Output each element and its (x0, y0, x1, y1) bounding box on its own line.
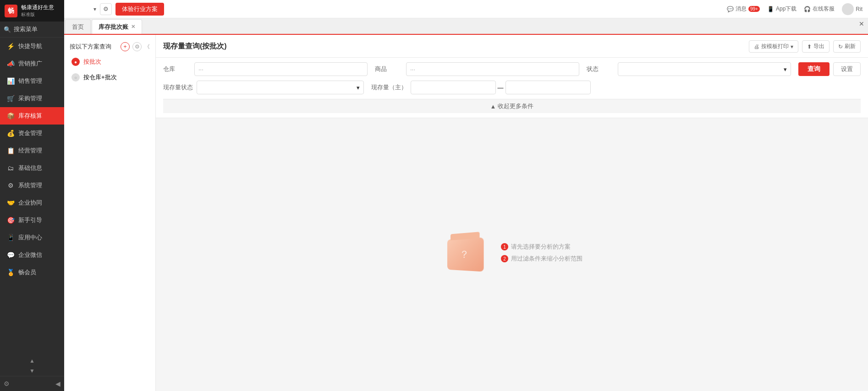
tabbar-close-btn[interactable]: ✕ (859, 20, 864, 27)
sidebar-item-inventory[interactable]: 📦 库存核算 (0, 107, 64, 125)
warehouse-input[interactable]: ··· (194, 62, 368, 76)
stock-qty-max-input[interactable] (505, 81, 591, 94)
filter-area: 仓库 ··· 商品 ··· 状态 (156, 58, 868, 118)
inventory-icon: 📦 (6, 112, 15, 119)
sidebar-item-corpwx[interactable]: 💬 企业微信 (0, 246, 64, 264)
topbar-dropdown[interactable]: ▾ (70, 5, 96, 13)
sidebar-item-marketing[interactable]: 📣 营销推广 (0, 55, 64, 72)
warehouse-label: 仓库 (163, 65, 191, 73)
tab-inventory-batch[interactable]: 库存批次账 ✕ (92, 19, 142, 34)
empty-box (447, 237, 484, 272)
query-btn[interactable]: 查询 (798, 62, 830, 76)
sidebar-item-label: 企业微信 (18, 251, 42, 259)
action-buttons: 查询 设置 (798, 62, 861, 76)
sidebar-item-member[interactable]: 🏅 畅会员 (0, 264, 64, 281)
scheme-by-batch-label: 按批次 (83, 58, 101, 66)
messages-icon: 💬 (727, 6, 734, 12)
warehouse-filter: 仓库 ··· (163, 62, 368, 76)
scheme-inactive-icon: ○ (71, 73, 80, 81)
search-icon: 🔍 (4, 26, 11, 33)
warehouse-dots: ··· (198, 66, 203, 73)
sidebar-item-newguide[interactable]: 🎯 新手引导 (0, 212, 64, 229)
sidebar-item-label: 资金管理 (18, 129, 42, 137)
sidebar-item-label: 快捷导航 (18, 42, 42, 50)
sidebar-scroll-down[interactable]: ▼ (0, 366, 64, 376)
stock-qty-min-input[interactable] (411, 81, 496, 94)
gear-icon: ⚙ (103, 5, 109, 12)
trial-btn[interactable]: 体验行业方案 (115, 3, 164, 16)
avatar (842, 3, 854, 15)
sidebar-item-sales[interactable]: 📊 销售管理 (0, 72, 64, 90)
left-panel-collapse-btn[interactable]: 《 (144, 43, 150, 51)
status-label: 状态 (587, 65, 614, 73)
scheme-settings-btn[interactable]: ⚙ (132, 42, 142, 51)
appcenter-icon: 📱 (6, 234, 15, 241)
right-content: 现存量查询(按批次) 🖨 按模板打印 ▾ ⬆ 导出 ↻ (156, 35, 868, 391)
tab-home-label: 首页 (72, 23, 84, 31)
product-dots: ··· (410, 66, 415, 73)
app-download-label: App下载 (776, 5, 797, 13)
sidebar-item-system[interactable]: ⚙ 系统管理 (0, 177, 64, 194)
stock-qty-filter: 现存量（主） — (371, 81, 591, 94)
tabbar: 首页 库存批次账 ✕ ✕ (64, 18, 868, 35)
sidebar-item-appcenter[interactable]: 📱 应用中心 (0, 229, 64, 246)
tab-home[interactable]: 首页 (65, 19, 91, 34)
export-btn[interactable]: ⬆ 导出 (802, 40, 830, 53)
app-title-group: 畅康通好生意 标准版 (21, 4, 54, 18)
empty-illustration (441, 232, 487, 277)
user-item[interactable]: Rit (842, 3, 863, 15)
status-filter: 状态 ▾ (587, 62, 791, 76)
settings-btn[interactable]: 设置 (833, 62, 861, 76)
sidebar-item-quicknav[interactable]: ⚡ 快捷导航 (0, 38, 64, 55)
refresh-btn[interactable]: ↻ 刷新 (833, 40, 861, 53)
topbar-right: 💬 消息 99+ 📱 App下载 🎧 在线客服 Rit (727, 3, 863, 15)
footer-collapse-icon[interactable]: ◀ (55, 380, 60, 387)
tip-num-2: 2 (501, 255, 508, 262)
add-scheme-btn[interactable]: + (121, 42, 130, 51)
sidebar-scroll-up[interactable]: ▲ (0, 356, 64, 366)
search-label: 搜索菜单 (14, 25, 38, 33)
tab-close-icon[interactable]: ✕ (131, 24, 135, 30)
topbar-left: ▾ ⚙ 体验行业方案 (70, 3, 164, 16)
page-content: 按以下方案查询 + ⚙ 《 ● 按批次 ○ 按仓库+批次 现存量查询 (64, 35, 868, 391)
left-panel-actions: + ⚙ 《 (121, 42, 150, 51)
status-select[interactable]: ▾ (618, 62, 791, 76)
sidebar-nav: ⚡ 快捷导航 📣 营销推广 📊 销售管理 🛒 采购管理 📦 库存核算 💰 资金管… (0, 38, 64, 356)
sidebar-item-label: 企业协同 (18, 199, 42, 207)
scheme-by-warehouse-batch[interactable]: ○ 按仓库+批次 (64, 70, 155, 85)
messages-badge: 99+ (748, 6, 760, 12)
sidebar-item-finance[interactable]: 💰 资金管理 (0, 125, 64, 142)
left-panel: 按以下方案查询 + ⚙ 《 ● 按批次 ○ 按仓库+批次 (64, 35, 156, 391)
empty-state: 1 请先选择要分析的方案 2 用过滤条件来缩小分析范围 (156, 118, 868, 391)
sidebar-item-label: 库存核算 (18, 112, 42, 120)
newguide-icon: 🎯 (6, 217, 15, 224)
status-chevron-icon: ▾ (784, 66, 787, 73)
page-header-top: 现存量查询(按批次) 🖨 按模板打印 ▾ ⬆ 导出 ↻ (163, 40, 861, 53)
sidebar-item-base[interactable]: 🗂 基础信息 (0, 159, 64, 177)
app-download-item[interactable]: 📱 App下载 (767, 5, 797, 13)
print-btn[interactable]: 🖨 按模板打印 ▾ (749, 40, 798, 53)
product-input[interactable]: ··· (406, 62, 579, 76)
messages-item[interactable]: 💬 消息 99+ (727, 5, 760, 13)
sidebar-search[interactable]: 🔍 搜索菜单 (0, 22, 64, 38)
tip-text-2: 用过滤条件来缩小分析范围 (511, 255, 582, 263)
app-logo: 畅 (5, 5, 17, 17)
sidebar: 畅 畅康通好生意 标准版 🔍 搜索菜单 ⚡ 快捷导航 📣 营销推广 📊 销售管理… (0, 0, 64, 391)
left-panel-title: 按以下方案查询 (70, 43, 111, 51)
sidebar-item-label: 采购管理 (18, 94, 42, 103)
sidebar-item-purchase[interactable]: 🛒 采购管理 (0, 90, 64, 107)
footer-settings-icon[interactable]: ⚙ (4, 380, 10, 387)
stock-status-select[interactable]: ▾ (197, 81, 364, 94)
collapse-more-btn[interactable]: ▲ 收起更多条件 (163, 99, 861, 113)
sidebar-item-business[interactable]: 📋 经营管理 (0, 142, 64, 159)
main: ▾ ⚙ 体验行业方案 💬 消息 99+ 📱 App下载 🎧 在线客服 (64, 0, 868, 391)
filter-row-2: 现存量状态 ▾ 现存量（主） — (163, 81, 861, 94)
topbar-gear-btn[interactable]: ⚙ (100, 3, 112, 15)
scheme-by-batch[interactable]: ● 按批次 (64, 54, 155, 70)
phone-icon: 📱 (767, 6, 774, 12)
empty-tips: 1 请先选择要分析的方案 2 用过滤条件来缩小分析范围 (501, 243, 582, 266)
online-service-item[interactable]: 🎧 在线客服 (804, 5, 835, 13)
collapse-more-label: 收起更多条件 (498, 102, 533, 110)
sidebar-item-collab[interactable]: 🤝 企业协同 (0, 194, 64, 212)
product-filter: 商品 ··· (375, 62, 579, 76)
